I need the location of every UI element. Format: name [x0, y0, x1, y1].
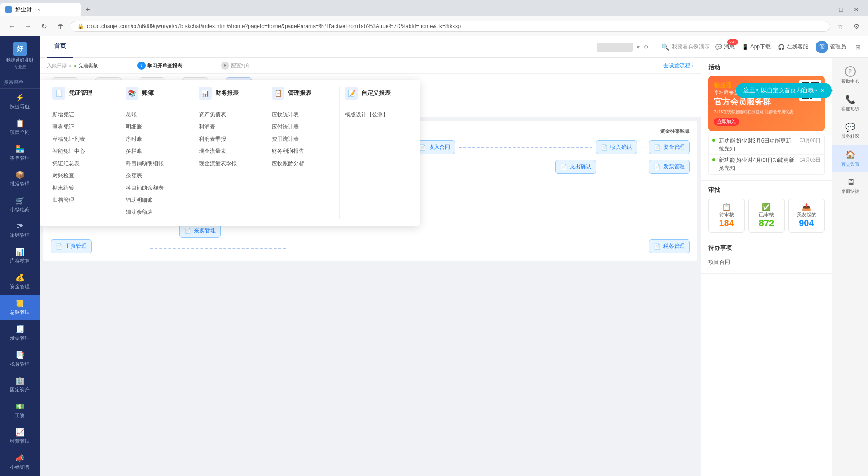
news-text-2[interactable]: 新功能|好业财4月03日功能更新抢先知: [719, 157, 796, 172]
flow-box-fund[interactable]: 📄 资金管理: [649, 140, 690, 154]
flow-box-tax[interactable]: 📄 税务管理: [649, 239, 690, 253]
right-sidebar-home-settings[interactable]: 🏠 首页设置: [832, 145, 868, 172]
sidebar-item-inventory[interactable]: 📊 库存核算: [0, 243, 40, 269]
expand-btn[interactable]: ⊞: [855, 43, 861, 51]
purchase-label: 采购管理: [10, 232, 30, 238]
sidebar-item-tax[interactable]: 📑 税务管理: [0, 346, 40, 372]
message-badge: 99+: [727, 39, 738, 45]
approval-card-done[interactable]: ✅ 已审核 872: [748, 199, 784, 233]
forward-btn[interactable]: →: [22, 20, 34, 33]
menu-ap-stat[interactable]: 应付统计表: [272, 121, 334, 133]
menu-subject-aux-balance[interactable]: 科目辅助余额表: [126, 182, 188, 194]
delete-btn[interactable]: 🗑: [54, 20, 67, 33]
right-sidebar-desktop[interactable]: 🖥 桌面快捷: [832, 173, 868, 199]
user-menu[interactable]: 管 管理员: [816, 41, 846, 53]
menu-view-voucher[interactable]: 查看凭证: [52, 121, 114, 133]
demo-search[interactable]: 🔍 我要看实例演示: [661, 43, 710, 51]
tooltip-bubble: 这里可以自定义首页内容哦~ ×: [736, 83, 832, 98]
pending-item-1[interactable]: 项目合同: [708, 257, 825, 268]
sidebar-item-fund[interactable]: 💰 资金管理: [0, 269, 40, 295]
right-sidebar-help[interactable]: ? 帮助中心: [832, 62, 868, 89]
sidebar-item-retail[interactable]: 🏪 零售管理: [0, 140, 40, 166]
menu-income-stmt[interactable]: 利润表: [199, 121, 261, 133]
approval-card-sent[interactable]: 📤 我发起的 904: [788, 199, 825, 233]
invoice-label: 发票管理: [10, 335, 30, 342]
reload-btn[interactable]: ↻: [38, 20, 51, 33]
sidebar-item-fixed-assets[interactable]: 🏢 固定资产: [0, 372, 40, 398]
done-icon: ✅: [752, 203, 780, 211]
menu-balance[interactable]: 余额表: [126, 170, 188, 182]
right-sidebar-community[interactable]: 💬 服务社区: [832, 118, 868, 144]
settings-icon[interactable]: ⚙: [644, 44, 649, 50]
sidebar-item-purchase[interactable]: 🛍 采购管理: [0, 218, 40, 243]
sidebar-item-salary[interactable]: 💵 工资: [0, 398, 40, 424]
menu-archive[interactable]: 归档管理: [52, 194, 114, 206]
menu-balance-sheet[interactable]: 资产负债表: [199, 109, 261, 121]
right-sidebar-hotline[interactable]: 📞 客服热线: [832, 90, 868, 117]
menu-smart-center[interactable]: 智能凭证中心: [52, 145, 114, 157]
menu-subject-aux-detail[interactable]: 科目辅助明细账: [126, 157, 188, 170]
menu-detail-ledger[interactable]: 明细账: [126, 121, 188, 133]
home-tab[interactable]: 首页: [47, 36, 73, 58]
flow-box-invoice[interactable]: 📄 发票管理: [649, 160, 690, 174]
menu-ar-aging[interactable]: 应收账龄分析: [272, 157, 334, 170]
flow-box-income-confirm[interactable]: 📄 收入确认: [596, 140, 637, 154]
active-tab[interactable]: 好业财 ×: [0, 3, 81, 16]
flow-box-salary[interactable]: 📄 工资管理: [51, 239, 92, 253]
menu-draft-voucher[interactable]: 草稿凭证列表: [52, 133, 114, 145]
menu-aux-detail[interactable]: 辅助明细账: [126, 194, 188, 206]
sidebar-item-quick-nav[interactable]: ⚡ 快捷导航: [0, 89, 40, 114]
goto-flow-btn[interactable]: 去设置流程 ›: [663, 62, 693, 70]
sidebar-item-project-contract[interactable]: 📋 项目合同: [0, 114, 40, 140]
tooltip-close-btn[interactable]: ×: [821, 87, 825, 94]
sidebar-item-ecommerce[interactable]: 🛒 小畅电商: [0, 192, 40, 218]
menu-voucher-summary[interactable]: 凭证汇总表: [52, 157, 114, 170]
sidebar-item-wholesale[interactable]: 📦 批发管理: [0, 166, 40, 192]
retail-icon: 🏪: [15, 145, 24, 153]
bookmark-btn[interactable]: ☆: [834, 20, 846, 33]
online-service-btn[interactable]: 🎧 在线客服: [778, 43, 808, 51]
flow-box-expense-confirm[interactable]: 📄 支出确认: [555, 160, 596, 174]
lock-icon: 🔒: [77, 23, 84, 29]
back-btn[interactable]: ←: [5, 20, 18, 33]
voucher-header: 📄 凭证管理: [52, 87, 114, 103]
join-btn[interactable]: 立即加入: [714, 118, 739, 126]
income-contract-label: 收入合同: [429, 143, 450, 151]
tab-close-btn[interactable]: ×: [35, 6, 42, 13]
minimize-btn[interactable]: ─: [819, 3, 832, 16]
menu-ar-stat[interactable]: 应收统计表: [272, 109, 334, 121]
restore-btn[interactable]: □: [835, 3, 847, 16]
menu-aux-balance[interactable]: 辅助余额表: [126, 206, 188, 219]
menu-cashflow-q[interactable]: 现金流量表季报: [199, 157, 261, 170]
flow-box-income-contract[interactable]: 📄 收入合同: [414, 140, 455, 154]
ecommerce-label: 小畅电商: [10, 206, 30, 213]
new-tab-btn[interactable]: +: [81, 3, 94, 16]
app-download-btn[interactable]: 📱 App下载: [742, 43, 771, 51]
help-icon: ?: [845, 66, 856, 77]
url-bar[interactable]: 🔒 cloud.chanjet.com/cc/u6d89qwnryel/57bf…: [71, 21, 830, 32]
menu-profit-report[interactable]: 财务利润报告: [272, 145, 334, 157]
menu-income-q[interactable]: 利润表季报: [199, 133, 261, 145]
menu-expense-stat[interactable]: 费用统计表: [272, 133, 334, 145]
company-selector[interactable]: ▼ ⚙: [597, 43, 649, 52]
menu-new-voucher[interactable]: 新增凭证: [52, 109, 114, 121]
approval-card-pending[interactable]: 📋 待审核 184: [708, 199, 745, 233]
close-browser-btn[interactable]: ✕: [850, 3, 863, 16]
search-menu-bar[interactable]: 搜索菜单: [0, 76, 40, 89]
menu-reconcile[interactable]: 对账检查: [52, 170, 114, 182]
wholesale-label: 批发管理: [10, 181, 30, 187]
message-btn[interactable]: 💬 消息 99+: [715, 43, 735, 51]
menu-journal[interactable]: 序时账: [126, 133, 188, 145]
menu-multi-column[interactable]: 多栏账: [126, 145, 188, 157]
menu-general-ledger[interactable]: 总账: [126, 109, 188, 121]
sidebar-item-ledger[interactable]: 📒 总账管理: [0, 295, 40, 320]
menu-cashflow[interactable]: 现金流量表: [199, 145, 261, 157]
extension-btn[interactable]: ⚙: [850, 20, 863, 33]
news-text-1[interactable]: 新功能|好业财3月6日功能更新抢先知: [719, 137, 796, 152]
sidebar-item-invoice[interactable]: 🧾 发票管理: [0, 320, 40, 346]
sidebar-item-operations[interactable]: 📈 经营管理: [0, 424, 40, 449]
menu-template-design[interactable]: 模版设计【公测】: [345, 109, 407, 121]
user-avatar: 管: [816, 41, 828, 53]
menu-period-transfer[interactable]: 期末结转: [52, 182, 114, 194]
sidebar-item-sales[interactable]: 📣 小畅销售: [0, 449, 40, 475]
